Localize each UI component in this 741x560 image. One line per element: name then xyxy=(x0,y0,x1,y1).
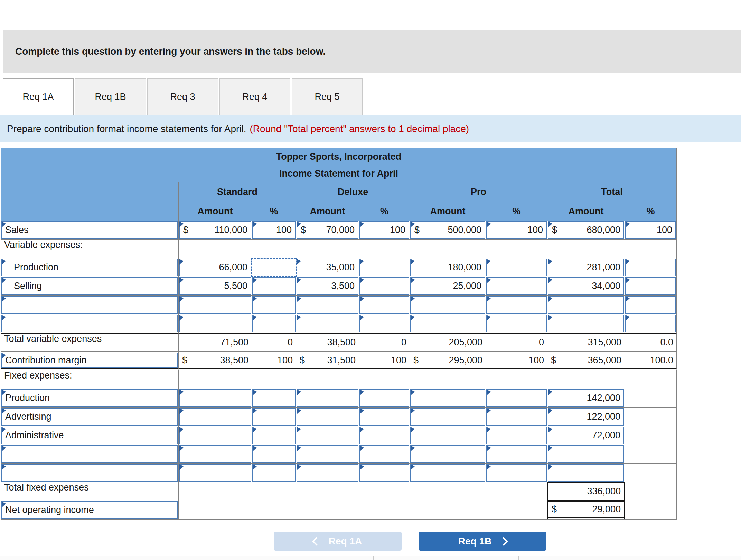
cell-variable-production-deluxe-amount[interactable]: 35,000 xyxy=(296,258,359,277)
cell-fixed-blank-1-pro-pct[interactable] xyxy=(486,445,547,464)
cell-fixed-expenses-header-deluxe-pct xyxy=(359,370,410,389)
cell-fixed-administrative-total-amount[interactable]: 72,000 xyxy=(547,426,625,445)
cell-fixed-advertising-standard-pct[interactable] xyxy=(252,408,296,426)
cell-variable-production-standard-amount[interactable]: 66,000 xyxy=(179,258,252,277)
cell-variable-selling-pro-pct[interactable] xyxy=(486,277,547,296)
cell-variable-selling-pro-amount[interactable]: 25,000 xyxy=(410,277,486,296)
cell-variable-selling-deluxe-amount[interactable]: 3,500 xyxy=(296,277,359,296)
cell-fixed-production-deluxe-amount[interactable] xyxy=(296,389,359,408)
cell-fixed-blank-2-deluxe-amount[interactable] xyxy=(296,464,359,482)
cell-variable-selling-total-amount[interactable]: 34,000 xyxy=(547,277,625,296)
cell-fixed-blank-2-standard-pct[interactable] xyxy=(252,464,296,482)
cell-variable-blank-1-standard-amount[interactable] xyxy=(179,296,252,314)
cell-fixed-production-pro-amount[interactable] xyxy=(410,389,486,408)
cell-variable-blank-1-deluxe-amount[interactable] xyxy=(296,296,359,314)
cell-sales-total-amount[interactable]: $680,000 xyxy=(547,221,625,240)
cell-fixed-production-standard-amount[interactable] xyxy=(179,389,252,408)
cell-variable-production-deluxe-pct[interactable] xyxy=(359,258,410,277)
cell-variable-blank-1-total-amount[interactable] xyxy=(547,296,625,314)
cell-sales-pro-pct[interactable]: 100 xyxy=(486,221,547,240)
cell-sales-label[interactable]: Sales xyxy=(1,221,179,240)
cell-variable-production-pro-amount[interactable]: 180,000 xyxy=(410,258,486,277)
tab-req-3[interactable]: Req 3 xyxy=(147,78,218,115)
cell-fixed-blank-1-standard-amount[interactable] xyxy=(179,445,252,464)
cell-fixed-blank-1-label[interactable] xyxy=(1,445,179,464)
cell-variable-production-total-pct[interactable] xyxy=(625,258,677,277)
cell-variable-blank-2-label[interactable] xyxy=(1,314,179,333)
tab-req-4[interactable]: Req 4 xyxy=(219,78,290,115)
cell-fixed-production-label[interactable]: Production xyxy=(1,389,179,408)
cell-fixed-advertising-deluxe-pct[interactable] xyxy=(359,408,410,426)
cell-sales-standard-pct[interactable]: 100 xyxy=(252,221,296,240)
cell-variable-blank-1-total-pct[interactable] xyxy=(625,296,677,314)
cell-variable-selling-label[interactable]: Selling xyxy=(1,277,179,296)
cell-fixed-advertising-pro-pct[interactable] xyxy=(486,408,547,426)
cell-sales-deluxe-pct[interactable]: 100 xyxy=(359,221,410,240)
prev-req-button[interactable]: Req 1A xyxy=(274,532,402,551)
cell-fixed-advertising-deluxe-amount[interactable] xyxy=(296,408,359,426)
input-flag-icon xyxy=(411,278,415,283)
cell-sales-standard-amount[interactable]: $110,000 xyxy=(179,221,252,240)
tab-req-1a[interactable]: Req 1A xyxy=(3,78,74,115)
cell-fixed-blank-1-standard-pct[interactable] xyxy=(252,445,296,464)
cell-fixed-administrative-deluxe-pct[interactable] xyxy=(359,426,410,445)
cell-fixed-advertising-standard-amount[interactable] xyxy=(179,408,252,426)
cell-variable-blank-1-label[interactable] xyxy=(1,296,179,314)
cell-variable-production-label[interactable]: Production xyxy=(1,258,179,277)
cell-variable-blank-2-total-amount[interactable] xyxy=(547,314,625,333)
cell-fixed-blank-1-total-amount[interactable] xyxy=(547,445,625,464)
cell-fixed-blank-2-deluxe-pct[interactable] xyxy=(359,464,410,482)
row-total-fixed-expenses: Total fixed expenses336,000 xyxy=(1,482,677,501)
cell-variable-selling-total-pct[interactable] xyxy=(625,277,677,296)
cell-fixed-blank-2-standard-amount[interactable] xyxy=(179,464,252,482)
cell-fixed-blank-1-deluxe-amount[interactable] xyxy=(296,445,359,464)
cell-variable-blank-2-deluxe-pct[interactable] xyxy=(359,314,410,333)
cell-variable-blank-2-deluxe-amount[interactable] xyxy=(296,314,359,333)
cell-fixed-advertising-pro-amount[interactable] xyxy=(410,408,486,426)
cell-variable-blank-2-standard-pct[interactable] xyxy=(252,314,296,333)
cell-fixed-administrative-standard-pct[interactable] xyxy=(252,426,296,445)
cell-fixed-administrative-pro-amount[interactable] xyxy=(410,426,486,445)
cell-fixed-advertising-label[interactable]: Advertising xyxy=(1,408,179,426)
cell-variable-selling-standard-pct[interactable] xyxy=(252,277,296,296)
header-group-standard: Standard xyxy=(179,182,296,202)
cell-variable-production-pro-pct[interactable] xyxy=(486,258,547,277)
cell-fixed-blank-2-total-amount[interactable] xyxy=(547,464,625,482)
cell-fixed-blank-2-pro-amount[interactable] xyxy=(410,464,486,482)
tab-req-5[interactable]: Req 5 xyxy=(292,78,363,115)
cell-fixed-production-pro-pct[interactable] xyxy=(486,389,547,408)
cell-fixed-blank-2-label[interactable] xyxy=(1,464,179,482)
cell-variable-blank-1-pro-pct[interactable] xyxy=(486,296,547,314)
cell-fixed-blank-1-pro-amount[interactable] xyxy=(410,445,486,464)
cell-fixed-administrative-label[interactable]: Administrative xyxy=(1,426,179,445)
tab-req-1b[interactable]: Req 1B xyxy=(75,78,146,115)
cell-fixed-production-standard-pct[interactable] xyxy=(252,389,296,408)
cell-variable-production-total-amount[interactable]: 281,000 xyxy=(547,258,625,277)
cell-variable-blank-2-pro-pct[interactable] xyxy=(486,314,547,333)
cell-fixed-administrative-deluxe-amount[interactable] xyxy=(296,426,359,445)
cell-fixed-administrative-pro-pct[interactable] xyxy=(486,426,547,445)
cell-variable-blank-2-total-pct[interactable] xyxy=(625,314,677,333)
cell-fixed-production-total-amount[interactable]: 142,000 xyxy=(547,389,625,408)
next-req-button[interactable]: Req 1B xyxy=(419,532,546,551)
cell-variable-blank-1-standard-pct[interactable] xyxy=(252,296,296,314)
cell-variable-selling-deluxe-pct[interactable] xyxy=(359,277,410,296)
cell-fixed-blank-2-pro-pct[interactable] xyxy=(486,464,547,482)
cell-sales-pro-amount[interactable]: $500,000 xyxy=(410,221,486,240)
cell-variable-blank-1-pro-amount[interactable] xyxy=(410,296,486,314)
input-flag-icon xyxy=(253,296,257,302)
cell-fixed-blank-1-deluxe-pct[interactable] xyxy=(359,445,410,464)
cell-variable-selling-standard-amount[interactable]: 5,500 xyxy=(179,277,252,296)
cell-contribution-margin-label[interactable]: Contribution margin xyxy=(1,352,179,370)
input-flag-icon xyxy=(548,464,552,470)
cell-variable-blank-2-pro-amount[interactable] xyxy=(410,314,486,333)
cell-sales-deluxe-amount[interactable]: $70,000 xyxy=(296,221,359,240)
cell-variable-production-standard-pct[interactable] xyxy=(252,258,296,277)
cell-fixed-production-deluxe-pct[interactable] xyxy=(359,389,410,408)
cell-fixed-advertising-total-amount[interactable]: 122,000 xyxy=(547,408,625,426)
cell-variable-blank-1-deluxe-pct[interactable] xyxy=(359,296,410,314)
cell-sales-total-pct[interactable]: 100 xyxy=(625,221,677,240)
cell-variable-blank-2-standard-amount[interactable] xyxy=(179,314,252,333)
cell-fixed-administrative-standard-amount[interactable] xyxy=(179,426,252,445)
cell-net-operating-income-label[interactable]: Net operating income xyxy=(1,501,179,520)
